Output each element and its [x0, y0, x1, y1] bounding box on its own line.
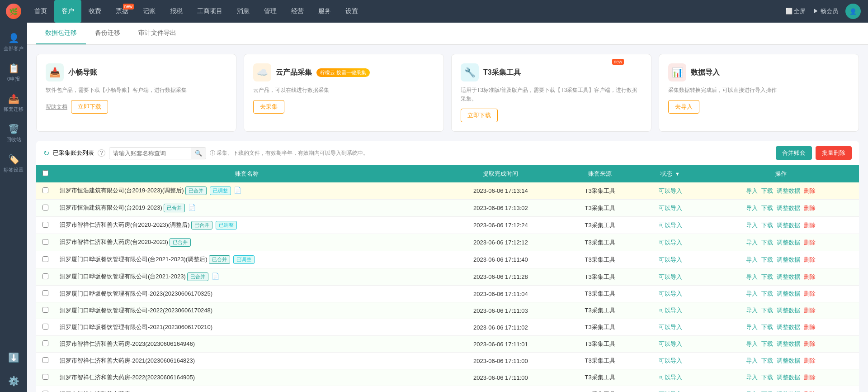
action-导入[interactable]: 导入 — [746, 340, 758, 347]
action-调整数据[interactable]: 调整数据 — [777, 256, 800, 263]
batch-delete-btn[interactable]: 批量删除 — [816, 146, 852, 160]
action-删除[interactable]: 删除 — [804, 239, 816, 246]
t3-download-btn[interactable]: 立即下载 — [461, 109, 498, 122]
action-调整数据[interactable]: 调整数据 — [777, 357, 800, 364]
row-checkbox[interactable] — [42, 290, 48, 296]
sidebar-item-tag-settings[interactable]: 🏷️ 标签设置 — [0, 148, 27, 179]
action-导入[interactable]: 导入 — [746, 187, 758, 194]
row-checkbox[interactable] — [42, 340, 48, 346]
row-file-icon[interactable]: 📄 — [234, 186, 241, 194]
tab-data-migration[interactable]: 数据包迁移 — [36, 23, 86, 44]
action-删除[interactable]: 删除 — [804, 340, 816, 347]
action-调整数据[interactable]: 调整数据 — [777, 273, 800, 280]
logo[interactable]: 🌿 — [0, 0, 27, 23]
action-导入[interactable]: 导入 — [746, 324, 758, 330]
row-file-icon[interactable]: 📄 — [188, 204, 196, 211]
nav-message[interactable]: 消息 — [230, 0, 257, 23]
vip-btn[interactable]: ▶ 畅会员 — [813, 7, 838, 15]
nav-tax[interactable]: 报税 — [163, 0, 190, 23]
refresh-icon[interactable]: ↻ — [43, 149, 49, 158]
row-checkbox[interactable] — [42, 273, 48, 279]
action-导入[interactable]: 导入 — [746, 290, 758, 297]
action-下载[interactable]: 下载 — [761, 256, 773, 263]
row-checkbox[interactable] — [42, 222, 48, 228]
sidebar-config[interactable]: ⚙️ — [8, 370, 19, 392]
nav-ticket[interactable]: 票据 new — [108, 0, 136, 23]
row-checkbox[interactable] — [42, 256, 48, 262]
row-checkbox[interactable] — [42, 374, 48, 380]
sidebar-item-all-clients[interactable]: 👤 全部客户 — [0, 27, 27, 57]
action-下载[interactable]: 下载 — [761, 239, 773, 246]
action-删除[interactable]: 删除 — [804, 205, 816, 211]
action-下载[interactable]: 下载 — [761, 187, 773, 194]
action-下载[interactable]: 下载 — [761, 205, 773, 211]
fullscreen-btn[interactable]: ⬜ 全屏 — [785, 7, 806, 15]
sidebar-item-account-migration[interactable]: 📤 账套迁移 — [0, 88, 27, 118]
nav-operation[interactable]: 经营 — [284, 0, 311, 23]
row-checkbox[interactable] — [42, 205, 48, 210]
action-下载[interactable]: 下载 — [761, 374, 773, 381]
action-调整数据[interactable]: 调整数据 — [777, 187, 800, 194]
search-input[interactable] — [109, 148, 191, 159]
action-删除[interactable]: 删除 — [804, 222, 816, 229]
action-下载[interactable]: 下载 — [761, 357, 773, 364]
action-导入[interactable]: 导入 — [746, 205, 758, 211]
sidebar-item-recycle[interactable]: 🗑️ 回收站 — [0, 118, 27, 148]
select-all-checkbox[interactable] — [42, 170, 48, 176]
action-调整数据[interactable]: 调整数据 — [777, 307, 800, 314]
go-collect-btn[interactable]: 去采集 — [253, 100, 284, 114]
action-下载[interactable]: 下载 — [761, 340, 773, 347]
nav-bookkeeping[interactable]: 记账 — [136, 0, 163, 23]
row-file-icon[interactable]: 📄 — [212, 272, 219, 280]
action-删除[interactable]: 删除 — [804, 307, 816, 314]
action-调整数据[interactable]: 调整数据 — [777, 239, 800, 246]
row-checkbox[interactable] — [42, 357, 48, 363]
action-删除[interactable]: 删除 — [804, 357, 816, 364]
nav-home[interactable]: 首页 — [27, 0, 54, 23]
action-删除[interactable]: 删除 — [804, 324, 816, 330]
action-下载[interactable]: 下载 — [761, 222, 773, 229]
action-删除[interactable]: 删除 — [804, 187, 816, 194]
action-删除[interactable]: 删除 — [804, 273, 816, 280]
sidebar-download[interactable]: ⬇️ — [8, 347, 19, 368]
sidebar-item-zero-report[interactable]: 📋 0申报 — [0, 57, 27, 88]
action-导入[interactable]: 导入 — [746, 357, 758, 364]
action-调整数据[interactable]: 调整数据 — [777, 340, 800, 347]
row-checkbox[interactable] — [42, 187, 48, 193]
action-调整数据[interactable]: 调整数据 — [777, 222, 800, 229]
search-button[interactable]: 🔍 — [191, 148, 206, 159]
action-调整数据[interactable]: 调整数据 — [777, 374, 800, 381]
status-filter-icon[interactable]: ▼ — [675, 171, 680, 177]
download-now-btn[interactable]: 立即下载 — [71, 100, 108, 114]
action-导入[interactable]: 导入 — [746, 222, 758, 229]
action-导入[interactable]: 导入 — [746, 239, 758, 246]
action-下载[interactable]: 下载 — [761, 290, 773, 297]
nav-fee[interactable]: 收费 — [81, 0, 108, 23]
nav-service[interactable]: 服务 — [311, 0, 338, 23]
action-导入[interactable]: 导入 — [746, 307, 758, 314]
action-下载[interactable]: 下载 — [761, 324, 773, 330]
help-doc-link[interactable]: 帮助文档 — [46, 103, 67, 111]
nav-customer[interactable]: 客户 — [54, 0, 81, 23]
help-icon[interactable]: ? — [98, 149, 105, 157]
tab-backup-migration[interactable]: 备份迁移 — [86, 23, 129, 44]
action-调整数据[interactable]: 调整数据 — [777, 324, 800, 330]
action-下载[interactable]: 下载 — [761, 307, 773, 314]
action-导入[interactable]: 导入 — [746, 273, 758, 280]
action-调整数据[interactable]: 调整数据 — [777, 205, 800, 211]
go-import-btn[interactable]: 去导入 — [668, 100, 699, 114]
action-删除[interactable]: 删除 — [804, 290, 816, 297]
action-导入[interactable]: 导入 — [746, 256, 758, 263]
row-checkbox[interactable] — [42, 239, 48, 245]
action-调整数据[interactable]: 调整数据 — [777, 290, 800, 297]
tab-audit-export[interactable]: 审计文件导出 — [129, 23, 185, 44]
nav-manage[interactable]: 管理 — [257, 0, 284, 23]
action-下载[interactable]: 下载 — [761, 273, 773, 280]
nav-settings[interactable]: 设置 — [338, 0, 365, 23]
nav-business[interactable]: 工商项目 — [190, 0, 230, 23]
action-删除[interactable]: 删除 — [804, 256, 816, 263]
action-删除[interactable]: 删除 — [804, 374, 816, 381]
row-checkbox[interactable] — [42, 324, 48, 330]
avatar[interactable]: 👤 — [845, 4, 861, 19]
action-导入[interactable]: 导入 — [746, 374, 758, 381]
